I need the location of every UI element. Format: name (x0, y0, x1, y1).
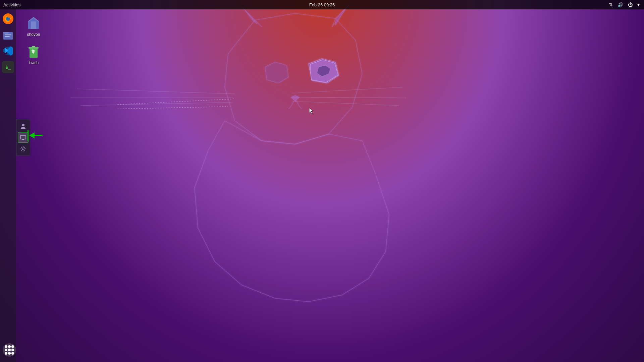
svg-line-28 (117, 99, 235, 105)
grid-dots-icon (5, 345, 14, 355)
svg-rect-43 (5, 36, 10, 37)
svg-rect-49 (20, 135, 26, 139)
svg-rect-54 (35, 135, 43, 136)
topbar-center: Feb 26 09:26 (309, 2, 335, 8)
svg-marker-37 (317, 65, 330, 76)
trash-icon (25, 43, 42, 59)
svg-line-29 (117, 107, 228, 109)
svg-marker-4 (335, 8, 345, 25)
svg-marker-0 (225, 13, 362, 144)
svg-rect-42 (5, 35, 11, 35)
system-menu-icon[interactable]: ▾ (636, 2, 641, 7)
topbar-left: Activities (0, 2, 20, 8)
desktop-icon-trash[interactable]: Trash (20, 42, 47, 66)
svg-marker-1 (241, 7, 262, 27)
svg-marker-36 (310, 60, 338, 82)
dock-item-terminal[interactable]: $_ (1, 60, 15, 74)
svg-marker-55 (309, 108, 313, 114)
desktop-icon-home[interactable]: shovon (20, 13, 47, 38)
svg-point-48 (22, 124, 24, 126)
svg-line-32 (80, 102, 233, 106)
volume-icon[interactable]: 🔊 (616, 2, 624, 7)
files-icon (2, 29, 14, 41)
home-folder-icon (25, 15, 42, 31)
svg-marker-3 (245, 10, 258, 24)
dock-item-files[interactable] (1, 28, 15, 42)
side-panel-user-item[interactable] (18, 121, 29, 131)
vscode-icon (2, 45, 14, 57)
svg-line-34 (292, 97, 406, 98)
green-arrow-indicator (28, 130, 43, 141)
svg-marker-15 (195, 121, 389, 302)
svg-rect-51 (21, 140, 25, 140)
green-arrow-icon (29, 132, 43, 138)
power-icon[interactable]: ⏻ (627, 2, 634, 7)
screen-icon (20, 134, 26, 141)
terminal-icon: $_ (2, 61, 14, 73)
person-icon (20, 123, 26, 129)
home-icon-label: shovon (27, 32, 40, 37)
app-grid-button[interactable] (3, 343, 16, 357)
side-panel-screen-item[interactable] (18, 132, 29, 143)
green-bar-indicator (28, 130, 29, 141)
desktop: Activities Feb 26 09:26 ⇅ 🔊 ⏻ ▾ (0, 0, 644, 362)
dock-item-firefox[interactable] (1, 12, 15, 26)
svg-line-35 (292, 101, 399, 106)
topbar-right: ⇅ 🔊 ⏻ ▾ (608, 2, 644, 7)
datetime-display: Feb 26 09:26 (309, 2, 335, 7)
mouse-cursor (309, 108, 313, 114)
svg-line-33 (292, 87, 402, 93)
svg-marker-6 (309, 59, 339, 83)
svg-rect-50 (22, 139, 24, 140)
svg-marker-7 (291, 96, 299, 101)
svg-point-52 (22, 148, 24, 150)
trash-icon-label: Trash (29, 60, 39, 65)
side-panel-settings-item[interactable] (18, 143, 29, 154)
desktop-icons: shovon Trash (20, 13, 47, 66)
svg-marker-53 (29, 132, 35, 138)
dock: $_ (0, 9, 16, 362)
svg-rect-47 (32, 46, 35, 47)
network-icon[interactable]: ⇅ (608, 2, 614, 7)
topbar: Activities Feb 26 09:26 ⇅ 🔊 ⏻ ▾ (0, 0, 644, 9)
cat-background (0, 0, 644, 362)
activities-button[interactable]: Activities (3, 2, 20, 7)
settings-icon (20, 145, 26, 152)
firefox-icon (2, 13, 14, 25)
dock-item-vscode[interactable] (1, 44, 15, 58)
svg-marker-5 (265, 62, 288, 83)
svg-line-30 (77, 89, 235, 94)
